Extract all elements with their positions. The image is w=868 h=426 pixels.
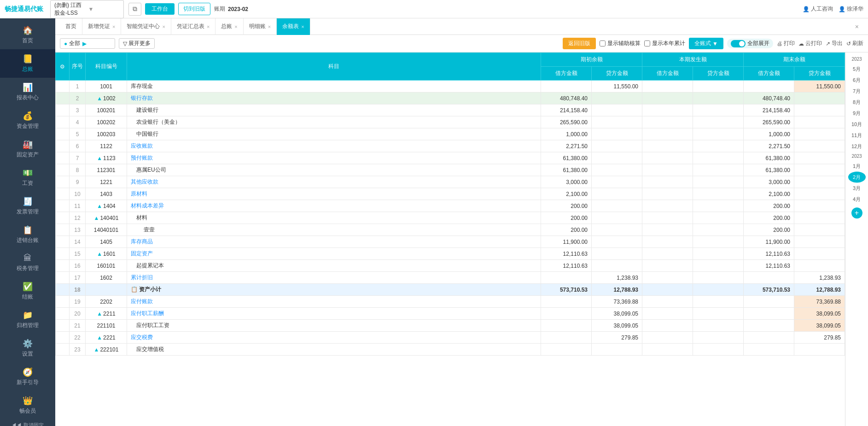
tab-detail-ledger[interactable]: 明细账 ×: [244, 18, 277, 35]
subject-link[interactable]: 其他应收款: [131, 178, 158, 185]
tab-detail-ledger-close[interactable]: ×: [268, 24, 271, 29]
month-12[interactable]: 12月: [848, 141, 866, 152]
tab-new-voucher-close[interactable]: ×: [112, 24, 115, 29]
sidebar-item-reports[interactable]: 📊 报表中心: [0, 78, 55, 106]
tab-new-voucher[interactable]: 新增凭证 ×: [82, 18, 121, 35]
cloud-print-button[interactable]: ☁ 云打印: [798, 40, 822, 47]
print-button[interactable]: 🖨 打印: [777, 40, 795, 47]
consult-button[interactable]: 👤 人工咨询: [803, 5, 833, 13]
row-name-cell[interactable]: 原材料: [127, 188, 541, 200]
month-5[interactable]: 5月: [848, 63, 866, 75]
month-1[interactable]: 1月: [848, 161, 866, 172]
expand-icon[interactable]: ▲: [97, 95, 102, 102]
subject-link[interactable]: 应付职工薪酬: [131, 310, 164, 317]
show-auxiliary-checkbox[interactable]: 显示辅助核算: [600, 40, 641, 47]
tab-voucher-summary-close[interactable]: ×: [207, 24, 210, 29]
tab-smart-voucher[interactable]: 智能凭证中心 ×: [121, 18, 171, 35]
export-label: 导出: [832, 40, 843, 47]
add-period-button[interactable]: +: [851, 207, 862, 219]
company-selector[interactable]: (勿删) 江西股金-LSS ▼: [50, 0, 124, 18]
expand-icon[interactable]: ▲: [97, 203, 102, 209]
expand-more-button[interactable]: ▽ 展开更多: [119, 38, 155, 49]
tab-home[interactable]: 首页: [60, 18, 82, 35]
sidebar-item-funds[interactable]: 💰 资金管理: [0, 106, 55, 135]
sidebar-item-ledger[interactable]: 📒 总账: [0, 49, 55, 78]
month-8[interactable]: 8月: [848, 97, 866, 108]
show-ytd-checkbox[interactable]: 显示本年累计: [644, 40, 685, 47]
expand-icon[interactable]: ▲: [97, 251, 102, 257]
subject-link[interactable]: 原材料: [131, 190, 147, 197]
unpin-fixed-button[interactable]: ◀◀ 取消固定: [12, 420, 43, 426]
close-all-tabs-button[interactable]: ×: [855, 23, 859, 30]
refresh-button[interactable]: ↺ 刷新: [846, 40, 863, 47]
sidebar-item-archive[interactable]: 📁 归档管理: [0, 305, 55, 334]
tab-voucher-summary[interactable]: 凭证汇总表 ×: [171, 18, 216, 35]
month-9[interactable]: 9月: [848, 108, 866, 119]
tab-balance[interactable]: 余额表 ×: [277, 18, 310, 35]
month-2[interactable]: 2月: [848, 172, 866, 183]
expand-icon[interactable]: ▲: [97, 334, 102, 341]
month-4[interactable]: 4月: [848, 194, 866, 205]
expand-icon[interactable]: ▲: [97, 155, 102, 161]
th-end-debit: 借方金额: [744, 67, 794, 81]
subject-link[interactable]: 应交税费: [131, 334, 153, 340]
tab-general-ledger[interactable]: 总账 ×: [216, 18, 243, 35]
subject-link[interactable]: 预付账款: [131, 155, 153, 161]
row-name-cell[interactable]: 预付账款: [127, 152, 541, 164]
subject-link[interactable]: 库存商品: [131, 238, 153, 245]
sidebar-item-settings[interactable]: ⚙️ 设置: [0, 334, 55, 363]
row-name-cell[interactable]: 其他应收款: [127, 176, 541, 188]
month-7[interactable]: 7月: [848, 86, 866, 97]
sidebar-item-home[interactable]: 🏠 首页: [0, 21, 55, 49]
subject-link[interactable]: 应收账款: [131, 143, 153, 149]
copy-icon[interactable]: ⧉: [128, 3, 141, 16]
subject-link[interactable]: 银行存款: [131, 95, 153, 101]
subject-link[interactable]: 固定资产: [131, 250, 153, 257]
expand-icon[interactable]: ▲: [94, 215, 99, 221]
sidebar-item-invoice[interactable]: 🧾 发票管理: [0, 192, 55, 220]
row-setting-cell: [56, 164, 70, 176]
switch-version-button[interactable]: 切到旧版: [178, 3, 210, 15]
row-name-cell[interactable]: 银行存款: [127, 92, 541, 104]
ytd-checkbox-input[interactable]: [644, 40, 650, 46]
tab-balance-close[interactable]: ×: [301, 24, 304, 29]
expand-icon[interactable]: ▲: [97, 311, 102, 317]
expand-icon[interactable]: ▲: [94, 346, 99, 353]
filter-dropdown[interactable]: ● 全部 ▶: [60, 38, 115, 49]
user-button[interactable]: 👤 徐泽华: [839, 5, 863, 13]
month-10[interactable]: 10月: [848, 119, 866, 130]
row-begin-debit-cell: [541, 308, 592, 320]
sidebar-item-guide[interactable]: 🧭 新手引导: [0, 363, 55, 391]
month-6[interactable]: 6月: [848, 75, 866, 86]
sidebar-item-tax[interactable]: 🏛 税务管理: [0, 249, 55, 277]
subject-link[interactable]: 应付账款: [131, 298, 153, 305]
th-setting[interactable]: ⚙: [56, 53, 70, 81]
row-name-cell[interactable]: 累计折旧: [127, 272, 541, 284]
export-button[interactable]: ↗ 导出: [826, 40, 843, 47]
collapse-panel-button[interactable]: ◀: [845, 233, 845, 246]
expand-all-toggle[interactable]: [731, 40, 746, 47]
sidebar-item-assets[interactable]: 🏭 固定资产: [0, 135, 55, 163]
return-old-version-button[interactable]: 返回旧版: [563, 38, 596, 49]
full-mode-button[interactable]: 全账式 ▼: [689, 38, 723, 49]
month-3[interactable]: 3月: [848, 183, 866, 194]
row-begin-credit-cell: 279.85: [592, 332, 642, 344]
sidebar-item-purchase[interactable]: 📋 进销台账: [0, 220, 55, 249]
row-name-cell[interactable]: 固定资产: [127, 248, 541, 260]
row-name-cell[interactable]: 材料成本差异: [127, 200, 541, 212]
sidebar-item-member[interactable]: 👑 畅会员: [0, 391, 55, 420]
subject-link[interactable]: 材料成本差异: [131, 202, 164, 209]
row-name-cell[interactable]: 应付账款: [127, 296, 541, 308]
auxiliary-checkbox-input[interactable]: [600, 40, 606, 46]
row-name-cell[interactable]: 库存商品: [127, 236, 541, 248]
tab-general-ledger-close[interactable]: ×: [234, 24, 237, 29]
row-name-cell[interactable]: 应交税费: [127, 332, 541, 344]
subject-link[interactable]: 累计折旧: [131, 274, 153, 281]
workbench-button[interactable]: 工作台: [145, 3, 175, 15]
month-11[interactable]: 11月: [848, 130, 866, 141]
tab-smart-voucher-close[interactable]: ×: [162, 24, 165, 29]
sidebar-item-close[interactable]: ✅ 结账: [0, 277, 55, 305]
sidebar-item-salary[interactable]: 💵 工资: [0, 163, 55, 192]
row-name-cell[interactable]: 应付职工薪酬: [127, 308, 541, 320]
row-name-cell[interactable]: 应收账款: [127, 140, 541, 152]
